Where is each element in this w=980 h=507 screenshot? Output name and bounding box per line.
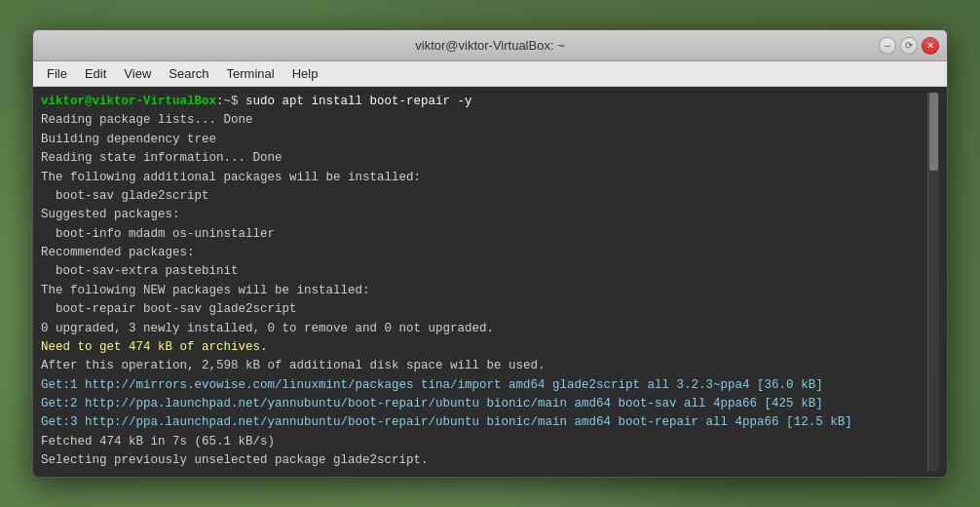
terminal-body[interactable]: viktor@viktor-VirtualBox:~$ sudo apt ins…: [33, 87, 947, 477]
window-controls: – ⟳ ✕: [861, 37, 939, 55]
menu-bar: File Edit View Search Terminal Help: [33, 61, 947, 87]
close-button[interactable]: ✕: [922, 37, 939, 55]
title-bar: viktor@viktor-VirtualBox: ~ – ⟳ ✕: [33, 30, 947, 61]
menu-file[interactable]: File: [39, 63, 75, 84]
scrollbar[interactable]: [927, 93, 939, 471]
menu-help[interactable]: Help: [284, 63, 326, 84]
window-title: viktor@viktor-VirtualBox: ~: [119, 38, 861, 53]
menu-view[interactable]: View: [116, 63, 159, 84]
terminal-output: viktor@viktor-VirtualBox:~$ sudo apt ins…: [41, 93, 927, 471]
scrollbar-thumb[interactable]: [929, 93, 938, 171]
terminal-window: viktor@viktor-VirtualBox: ~ – ⟳ ✕ File E…: [32, 29, 948, 478]
menu-search[interactable]: Search: [161, 63, 216, 84]
restore-button[interactable]: ⟳: [900, 37, 918, 55]
menu-terminal[interactable]: Terminal: [219, 63, 283, 84]
menu-edit[interactable]: Edit: [77, 63, 114, 84]
minimize-button[interactable]: –: [879, 37, 896, 55]
